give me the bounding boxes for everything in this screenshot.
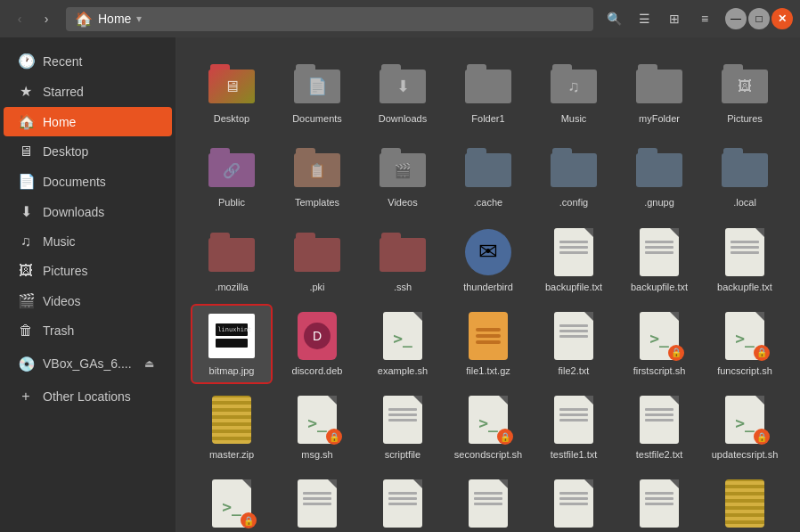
starred-icon: ★ (18, 83, 34, 100)
sidebar-item-downloads[interactable]: ⬇ Downloads (4, 197, 172, 226)
file-item-file2[interactable]: file2.txt (533, 304, 615, 384)
file-name: .config (559, 196, 588, 209)
file-name: backupfile.txt (631, 281, 688, 293)
sidebar-item-label: Downloads (43, 205, 104, 219)
file-item-file1tgz[interactable]: file1.txt.gz (447, 304, 529, 384)
file-icon-updatescript: >_ 🔒 (207, 479, 257, 528)
file-item-config[interactable]: .config (533, 135, 615, 216)
file-item-videos[interactable]: 🎬 Videos (362, 135, 444, 216)
sidebar-item-label: Music (43, 234, 76, 249)
eject-button[interactable]: ⏏ (141, 355, 158, 372)
back-button[interactable]: ‹ (7, 6, 32, 31)
sidebar-item-pictures[interactable]: 🖼 Pictures (4, 257, 172, 285)
file-name: myFolder (639, 112, 680, 125)
menu-button[interactable]: ≡ (691, 6, 718, 31)
file-item-pki[interactable]: .pki (276, 220, 358, 300)
sidebar-item-videos[interactable]: 🎬 Videos (4, 286, 172, 315)
file-item-updatescript[interactable]: >_ 🔒 updatescript.sh (191, 471, 273, 532)
sidebar-item-home[interactable]: 🏠 Home (4, 107, 172, 136)
file-item-whataa[interactable]: whataa (276, 471, 358, 532)
file-name: Videos (388, 196, 417, 209)
file-icon-whatae (634, 479, 684, 528)
titlebar-actions: 🔍 ☰ ⊞ ≡ (600, 6, 718, 31)
file-item-mozilla[interactable]: .mozilla (191, 220, 273, 300)
home-icon: 🏠 (18, 113, 34, 130)
file-item-whatae[interactable]: whatae (618, 471, 700, 532)
file-item-pictures[interactable]: 🖼 Pictures (704, 52, 786, 132)
file-icon-pictures: 🖼 (720, 59, 770, 109)
file-item-thunderbird[interactable]: ✉ thunderbird (447, 220, 529, 300)
file-item-whatad[interactable]: whatad (533, 471, 615, 532)
file-item-testfile1[interactable]: testfile1.txt (533, 388, 615, 468)
file-item-public[interactable]: 🔗 Public (191, 135, 273, 216)
file-item-backupfile2[interactable]: backupfile.txt (618, 220, 700, 300)
sidebar-item-recent[interactable]: 🕐 Recent (4, 46, 172, 76)
file-name: Public (218, 196, 245, 209)
home-icon: 🏠 (75, 11, 93, 28)
file-item-funcscript[interactable]: >_ 🔒 funcscript.sh (704, 304, 786, 384)
file-icon-config (549, 143, 599, 192)
file-item-discord[interactable]: D discord.deb (276, 304, 358, 384)
file-item-updatecsript[interactable]: >_ 🔒 updatecsript.sh (704, 388, 786, 468)
file-item-bitmap[interactable]: linuxhint bitmap.jpg (191, 304, 273, 384)
file-item-gnupg[interactable]: .gnupg (618, 135, 700, 216)
file-item-music[interactable]: ♫ Music (533, 52, 615, 132)
sidebar-item-label: Pictures (43, 264, 88, 278)
file-name: .mozilla (215, 281, 248, 293)
search-button[interactable]: 🔍 (600, 6, 627, 31)
file-item-zippedfile[interactable]: zippedFile.zip (704, 471, 786, 532)
file-name: backupfile.txt (545, 281, 602, 293)
file-item-whatab[interactable]: whatab (362, 471, 444, 532)
file-item-scriptfile[interactable]: scriptfile (362, 388, 444, 468)
view-list-button[interactable]: ☰ (631, 6, 657, 31)
file-item-myfolder[interactable]: myFolder (618, 52, 700, 132)
file-item-firstscript[interactable]: >_ 🔒 firstscript.sh (618, 304, 700, 384)
forward-button[interactable]: › (34, 6, 59, 31)
file-icon-backupfile1 (549, 227, 599, 277)
file-name: msg.sh (301, 448, 332, 461)
file-item-msgsh[interactable]: >_ 🔒 msg.sh (276, 388, 358, 468)
file-item-folder1[interactable]: Folder1 (447, 52, 529, 132)
file-item-masterzip[interactable]: master.zip (191, 388, 273, 468)
file-item-downloads[interactable]: ⬇ Downloads (362, 52, 444, 132)
file-icon-funcscript: >_ 🔒 (720, 311, 770, 361)
file-name: file2.txt (559, 364, 590, 377)
file-item-desktop[interactable]: 🖥 Desktop (191, 52, 273, 132)
file-icon-templates: 📋 (292, 143, 342, 192)
sidebar-item-starred[interactable]: ★ Starred (4, 77, 172, 106)
close-button[interactable]: ✕ (771, 8, 793, 29)
file-item-backupfle[interactable]: backupfle.txt (704, 220, 786, 300)
file-icon-pki (292, 227, 342, 277)
sidebar-item-vbox[interactable]: 💿 VBox_GAs_6.... ⏏ (4, 348, 172, 379)
file-item-backupfile1[interactable]: backupfile.txt (533, 220, 615, 300)
file-icon-local (720, 143, 770, 192)
file-name: thunderbird (463, 281, 513, 293)
sidebar-item-other-locations[interactable]: + Other Locations (4, 382, 172, 411)
location-bar[interactable]: 🏠 Home ▾ (66, 7, 593, 31)
minimize-button[interactable]: — (725, 8, 747, 29)
file-item-whatac[interactable]: whatac (447, 471, 529, 532)
view-toggle-button[interactable]: ⊞ (661, 6, 688, 31)
file-item-ssh[interactable]: .ssh (362, 220, 444, 300)
file-icon-file2 (549, 311, 599, 361)
file-item-secondscript[interactable]: >_ 🔒 secondscript.sh (447, 388, 529, 468)
sidebar-item-music[interactable]: ♫ Music (4, 227, 172, 256)
sidebar-item-label: VBox_GAs_6.... (43, 356, 132, 371)
file-name: secondscript.sh (454, 448, 522, 461)
file-item-example-sh[interactable]: >_ example.sh (362, 304, 444, 384)
sidebar-item-label: Desktop (43, 144, 88, 159)
file-icon-whataa (292, 479, 342, 528)
file-item-templates[interactable]: 📋 Templates (276, 135, 358, 216)
sidebar-item-trash[interactable]: 🗑 Trash (4, 316, 172, 345)
pictures-icon: 🖼 (18, 263, 34, 279)
file-icon-cache (463, 143, 513, 192)
lock-badge: 🔒 (668, 345, 684, 361)
file-item-testfile2[interactable]: testfile2.txt (618, 388, 700, 468)
maximize-button[interactable]: □ (748, 8, 770, 29)
sidebar-item-documents[interactable]: 📄 Documents (4, 167, 172, 196)
file-item-local[interactable]: .local (704, 135, 786, 216)
file-item-cache[interactable]: .cache (447, 135, 529, 216)
file-item-documents[interactable]: 📄 Documents (276, 52, 358, 132)
file-icon-firstscript: >_ 🔒 (634, 311, 684, 361)
sidebar-item-desktop[interactable]: 🖥 Desktop (4, 137, 172, 166)
